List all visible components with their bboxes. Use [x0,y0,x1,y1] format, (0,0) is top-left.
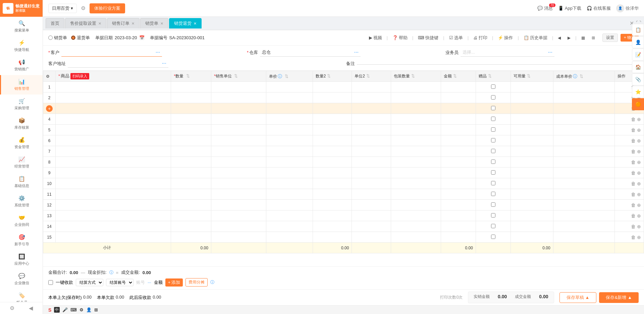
address-input[interactable]: ··· [68,59,168,68]
delete-row-9-icon[interactable]: 🗑 [631,170,636,176]
quantity-cell-2[interactable] [171,92,211,103]
unit-price-info-icon[interactable]: ⓘ [278,74,282,79]
sort-cost-icon[interactable]: ⇅ [580,74,583,79]
delete-row-15-icon[interactable]: 🗑 [631,235,636,240]
amount-cell-1[interactable] [441,82,476,92]
pkg-qty-cell-2[interactable] [391,92,441,103]
sort-gift-icon[interactable]: ⇅ [488,73,492,78]
sticky-btn-3[interactable]: 📝 [632,49,644,61]
sidebar-item-finance[interactable]: 💰 资金管理 [0,133,43,153]
view-grid-icon[interactable]: ⊞ [590,35,597,41]
sticky-btn-5[interactable]: 📎 [632,73,644,85]
sort-avail-icon[interactable]: ⇅ [527,73,531,78]
account-select[interactable]: 结算账号 [106,279,133,286]
sticky-btn-4[interactable]: 🏠 [632,61,644,73]
save-draft-button[interactable]: 保存草稿 ▲ [559,292,597,303]
cost-price-cell-1[interactable] [553,82,614,92]
fee-split-info-icon[interactable]: ⓘ [210,279,214,285]
product-cell-3[interactable] [56,103,171,114]
calc-method-select[interactable]: 结算方式 [76,279,103,286]
experience-button[interactable]: 体验行业方案 [90,3,125,13]
tab-delivery[interactable]: 销货单 ✕ [140,18,168,28]
sidebar-item-system[interactable]: ⚙️ 系统管理 [0,192,43,211]
delete-row-10-icon[interactable]: 🗑 [631,181,636,186]
sidebar-item-operation[interactable]: 📈 经营管理 [0,153,43,172]
copy-row-10-icon[interactable]: ⊕ [637,181,641,186]
online-service-btn[interactable]: 🎧 在线客服 [587,5,611,11]
grid-bar-icon[interactable]: ⊞ [94,307,98,312]
sort-unit2-icon[interactable]: ⇅ [366,73,370,78]
keyboard-icon[interactable]: ⌨ [70,307,77,312]
delete-row-6-icon[interactable]: 🗑 [631,138,636,143]
copy-row-13-icon[interactable]: ⊕ [637,213,641,218]
sidebar-item-search[interactable]: 🔍 搜索菜单 [0,17,43,36]
amount-cell-3[interactable] [441,103,476,114]
shortcut-btn[interactable]: ⌨ 快捷键 [416,34,440,42]
copy-row-9-icon[interactable]: ⊕ [637,170,641,176]
sales-unit-cell-3[interactable] [211,103,266,114]
prev-history-icon[interactable]: ◀ [556,35,563,41]
tab-return[interactable]: 销货退货 ✕ [169,18,202,28]
radio-return[interactable]: 退货单 [71,35,90,41]
sort-qty2-icon[interactable]: ⇅ [327,73,331,78]
sales-unit-cell-1[interactable] [211,82,266,92]
sidebar-item-marketing[interactable]: 📢 营销推广 [0,56,43,75]
warehouse-dots-icon[interactable]: ··· [354,49,359,55]
sort-pkgqty-icon[interactable]: ⇅ [411,73,415,78]
video-btn[interactable]: ▶ 视频 [367,34,384,42]
salesperson-input[interactable]: 选择... ··· [461,48,554,57]
gift-cell-2[interactable] [476,92,511,103]
cost-price-info-icon[interactable]: ⓘ [573,74,577,79]
history-btn[interactable]: 📋 历史单据 [522,34,549,42]
sidebar-item-member[interactable]: 🏷️ 畅会员 [0,289,43,302]
salesperson-dots-icon[interactable]: ··· [548,49,552,55]
fee-split-btn[interactable]: 费用分摊 [185,278,208,287]
delete-row-5-icon[interactable]: 🗑 [631,127,636,133]
pkg-qty-cell-1[interactable] [391,82,441,92]
sidebar-item-wechat[interactable]: 💬 企业微信 [0,269,43,289]
delete-row-14-icon[interactable]: 🗑 [631,224,636,229]
pkg-qty-cell-3[interactable] [391,103,441,114]
copy-row-14-icon[interactable]: ⊕ [637,224,641,229]
delete-row-12-icon[interactable]: 🗑 [631,202,636,208]
gift-cell-1[interactable] [476,82,511,92]
address-dots-icon[interactable]: ··· [162,60,166,66]
sidebar-item-quicknav[interactable]: ⚡ 快捷导航 [0,36,43,56]
tab-price-close[interactable]: ✕ [98,21,101,26]
tab-sales-order[interactable]: 销售订单 ✕ [107,18,140,28]
help-btn[interactable]: ❓ 帮助 [390,34,410,42]
sidebar-item-sales[interactable]: 📊 销售管理 [0,75,43,95]
payment-checkbox[interactable] [48,280,53,285]
qty2-cell-3[interactable] [313,103,352,114]
calendar-icon[interactable]: 📅 [139,35,145,40]
available-cell-3[interactable] [511,103,553,114]
tab-price-extract[interactable]: 售价提取设置 ✕ [65,18,106,28]
available-cell-2[interactable] [511,92,553,103]
account-dots-icon[interactable]: ··· [148,280,151,285]
qty2-cell-2[interactable] [313,92,352,103]
collapse-icon[interactable]: ◀ [29,305,33,311]
copy-row-11-icon[interactable]: ⊕ [637,192,641,197]
copy-row-5-icon[interactable]: ⊕ [637,127,641,133]
copy-row-12-icon[interactable]: ⊕ [637,202,641,208]
unit-price-cell-2[interactable] [266,92,313,103]
unit-price-cell-1[interactable] [266,82,313,92]
product-input-3[interactable] [58,106,168,111]
quantity-cell-1[interactable] [171,82,211,92]
sort-price-icon[interactable]: ⇅ [285,74,288,79]
sort-salesunit-icon[interactable]: ⇅ [234,73,238,78]
gift-cell-3[interactable] [476,103,511,114]
sidebar-item-inventory[interactable]: 📦 库存核算 [0,114,43,133]
discount-info-icon[interactable]: ⓘ [109,270,113,275]
delete-row-11-icon[interactable]: 🗑 [631,192,636,197]
delete-row-7-icon[interactable]: 🗑 [631,149,636,154]
cost-price-cell-2[interactable] [553,92,614,103]
add-row-button[interactable]: + [46,105,53,112]
settings-button[interactable]: 设置 [602,34,618,42]
cost-price-cell-3[interactable] [553,103,614,114]
unit2-cell-3[interactable] [352,103,391,114]
unit2-cell-2[interactable] [352,92,391,103]
sidebar-item-basic[interactable]: 📋 基础信息 [0,172,43,192]
sticky-btn-orange[interactable]: 🟠 [632,98,644,110]
tab-home[interactable]: 首页 [46,18,64,28]
